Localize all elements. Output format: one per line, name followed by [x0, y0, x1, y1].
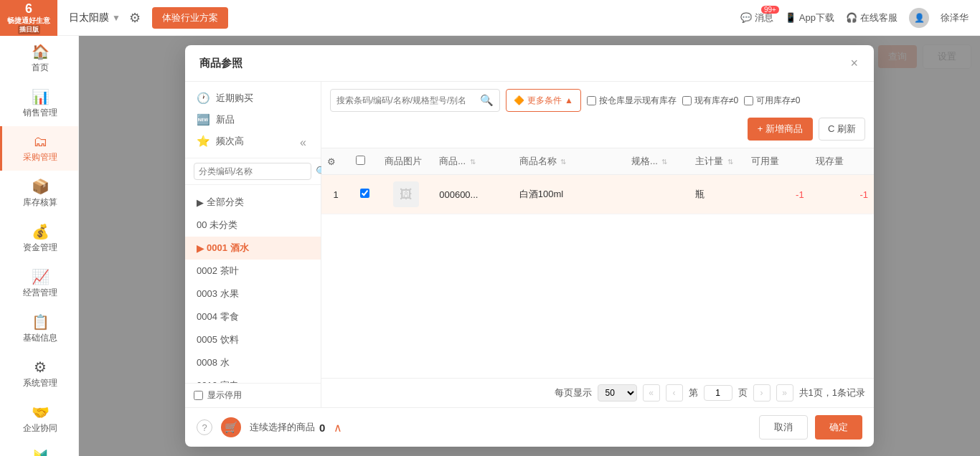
current-stock-checkbox[interactable] [682, 96, 692, 105]
confirm-button[interactable]: 确定 [815, 415, 862, 440]
footer-left: ? 🛒 连续选择的商品 0 ∧ [197, 417, 342, 437]
enterprise-icon: 🤝 [32, 404, 50, 421]
cat-00[interactable]: 00 未分类 [185, 214, 321, 237]
sidebar-item-guide[interactable]: 🔰 新手引导 [0, 442, 78, 456]
cat-0004[interactable]: 0004 零食 [185, 305, 321, 328]
col-header-code[interactable]: 商品... ⇅ [433, 148, 514, 175]
page-total: 共1页，1条记录 [799, 386, 865, 399]
toolbar-right: + 新增商品 C 刷新 [748, 118, 865, 141]
settings-icon[interactable]: ⚙ [129, 10, 141, 26]
sidebar-item-label: 经营管理 [23, 287, 57, 299]
quick-new[interactable]: 🆕 新品 [194, 109, 256, 130]
quick-recent-label: 近期购买 [216, 92, 253, 105]
experience-button[interactable]: 体验行业方案 [152, 7, 228, 29]
home-icon: 🏠 [32, 43, 50, 60]
sales-icon: 📊 [32, 88, 50, 105]
cat-0002[interactable]: 0002 茶叶 [185, 260, 321, 282]
cat-0001[interactable]: ▶ 0001 酒水 [185, 237, 321, 260]
col-header-check [350, 148, 379, 175]
next-page-button[interactable]: › [753, 384, 771, 402]
finance-icon: 💰 [32, 223, 50, 240]
modal-body: 🕐 近期购买 🆕 新品 ⭐ 频次高 [185, 82, 874, 407]
sidebar-item-system[interactable]: ⚙ 系统管理 [0, 351, 78, 396]
cancel-button[interactable]: 取消 [759, 415, 808, 440]
quick-categories: 🕐 近期购买 🆕 新品 ⭐ 频次高 [185, 82, 321, 158]
sidebar-item-inventory[interactable]: 📦 库存核算 [0, 171, 78, 216]
last-page-button[interactable]: » [776, 384, 793, 402]
cat-0005[interactable]: 0005 饮料 [185, 328, 321, 351]
show-disabled-checkbox[interactable] [194, 391, 203, 400]
col-header-image: 商品图片 [379, 148, 433, 175]
sidebar-item-sales[interactable]: 📊 销售管理 [0, 81, 78, 126]
cat-0001-label: 0001 酒水 [207, 242, 249, 255]
sidebar-item-home[interactable]: 🏠 首页 [0, 36, 78, 81]
cat-0008[interactable]: 0008 水 [185, 351, 321, 374]
headset-icon: 🎧 [846, 12, 857, 23]
gear-icon[interactable]: ⚙ [327, 156, 336, 167]
warehouse-filter[interactable]: 按仓库显示现有库存 [587, 95, 677, 107]
count-badge: 0 [319, 422, 325, 434]
cat-0001-arrow: ▶ [197, 243, 204, 254]
col-header-available: 可用量 [745, 148, 809, 175]
sidebar-item-finance[interactable]: 💰 资金管理 [0, 216, 78, 261]
product-search-input[interactable] [331, 95, 474, 105]
cat-all-arrow: ▶ [197, 197, 204, 208]
username: 徐泽华 [941, 11, 969, 24]
online-service-button[interactable]: 🎧 在线客服 [846, 11, 897, 24]
messages-badge: 99+ [761, 6, 779, 14]
modal-close-button[interactable]: × [849, 55, 859, 71]
col-header-unit[interactable]: 主计量 ⇅ [689, 148, 745, 175]
product-search-icon[interactable]: 🔍 [474, 94, 499, 107]
table-row[interactable]: 1 🖼 000600... 白酒100ml [321, 175, 874, 214]
sidebar-item-purchase[interactable]: 🗂 采购管理 [0, 126, 78, 171]
quick-recent[interactable]: 🕐 近期购买 [194, 87, 256, 109]
sidebar-item-enterprise[interactable]: 🤝 企业协同 [0, 396, 78, 442]
available-stock-filter[interactable]: 可用库存≠0 [744, 95, 800, 107]
app-download-label: App下载 [799, 11, 834, 24]
show-disabled-section: 显示停用 [185, 383, 321, 407]
cart-icon[interactable]: 🛒 [221, 417, 241, 437]
user-avatar[interactable]: 👤 [909, 8, 929, 28]
cat-0010[interactable]: 0010 家电 [185, 374, 321, 383]
page-unit: 页 [738, 386, 748, 399]
cat-all-label: 全部分类 [207, 196, 244, 209]
refresh-button[interactable]: C 刷新 [819, 118, 865, 141]
available-stock-checkbox[interactable] [744, 96, 753, 105]
category-collapse-button[interactable]: « [294, 133, 312, 152]
col-header-name[interactable]: 商品名称 ⇅ [514, 148, 626, 175]
cat-0003[interactable]: 0003 水果 [185, 282, 321, 305]
cell-name: 白酒100ml [514, 175, 626, 214]
col-header-spec[interactable]: 规格... ⇅ [626, 148, 689, 175]
messages-button[interactable]: 💬 消息 99+ [740, 11, 773, 24]
sidebar-item-operations[interactable]: 📈 经营管理 [0, 261, 78, 306]
category-search: 🔍 [185, 158, 321, 185]
add-product-button[interactable]: + 新增商品 [748, 118, 813, 141]
sidebar-item-basic-info[interactable]: 📋 基础信息 [0, 306, 78, 351]
first-page-button[interactable]: « [643, 384, 660, 402]
more-filters-button[interactable]: 🔶 更多条件 ▲ [506, 89, 581, 112]
cat-all[interactable]: ▶ 全部分类 [185, 191, 321, 214]
quick-frequent[interactable]: ⭐ 频次高 [194, 130, 256, 152]
page-size-select[interactable]: 20 50 100 200 [598, 384, 637, 402]
sidebar-item-label: 企业协同 [23, 422, 57, 434]
product-table: ⚙ 商品图片 商品... ⇅ [321, 148, 874, 214]
inventory-icon: 📦 [32, 178, 50, 195]
guide-icon: 🔰 [32, 449, 50, 456]
current-stock-filter[interactable]: 现有库存≠0 [682, 95, 738, 107]
logo-text: 畅捷通好生意 [7, 16, 50, 25]
prev-page-button[interactable]: ‹ [666, 384, 683, 402]
row-checkbox[interactable] [360, 189, 369, 198]
page-number-input[interactable] [704, 385, 732, 401]
warehouse-checkbox[interactable] [587, 96, 596, 105]
help-icon[interactable]: ? [197, 419, 212, 435]
category-search-input[interactable] [194, 163, 311, 180]
cat-0004-label: 0004 零食 [197, 310, 239, 323]
category-panel: 🕐 近期购买 🆕 新品 ⭐ 频次高 [185, 82, 321, 407]
filter-arrow-icon: ▲ [565, 95, 573, 105]
show-disabled-label: 显示停用 [207, 389, 242, 402]
select-all-checkbox[interactable] [356, 156, 365, 165]
sort-icon-code: ⇅ [470, 158, 476, 166]
store-selector[interactable]: 日太阳膜 ▼ [69, 11, 121, 24]
app-download-button[interactable]: 📱 App下载 [785, 11, 834, 24]
collapse-icon[interactable]: ∧ [334, 421, 342, 434]
